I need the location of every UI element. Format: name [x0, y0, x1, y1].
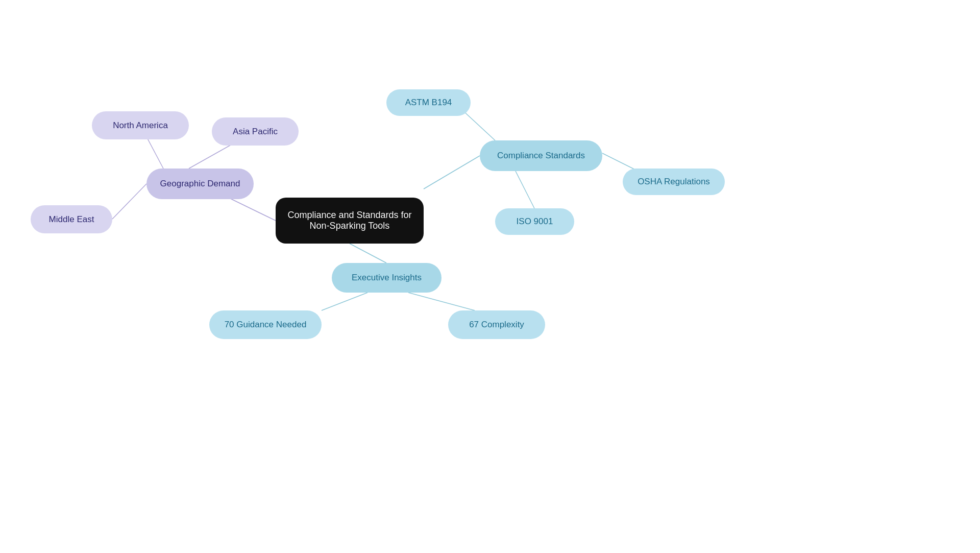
svg-line-3 — [112, 184, 146, 219]
svg-line-9 — [322, 293, 368, 310]
svg-line-8 — [350, 244, 386, 263]
svg-line-7 — [516, 171, 534, 208]
iso-9001-node[interactable]: ISO 9001 — [495, 208, 574, 235]
asia-pacific-node[interactable]: Asia Pacific — [212, 117, 299, 146]
osha-regulations-node[interactable]: OSHA Regulations — [623, 169, 725, 195]
svg-line-4 — [424, 156, 480, 189]
compliance-standards-node[interactable]: Compliance Standards — [480, 140, 602, 171]
svg-line-10 — [408, 293, 475, 310]
middle-east-node[interactable]: Middle East — [31, 205, 112, 233]
geographic-demand-node[interactable]: Geographic Demand — [146, 169, 254, 199]
astm-b194-node[interactable]: ASTM B194 — [386, 89, 471, 116]
complexity-node[interactable]: 67 Complexity — [448, 310, 545, 339]
center-node[interactable]: Compliance and Standards for Non-Sparkin… — [276, 198, 424, 244]
executive-insights-node[interactable]: Executive Insights — [332, 263, 442, 293]
north-america-node[interactable]: North America — [92, 111, 189, 139]
guidance-needed-node[interactable]: 70 Guidance Needed — [209, 310, 322, 339]
